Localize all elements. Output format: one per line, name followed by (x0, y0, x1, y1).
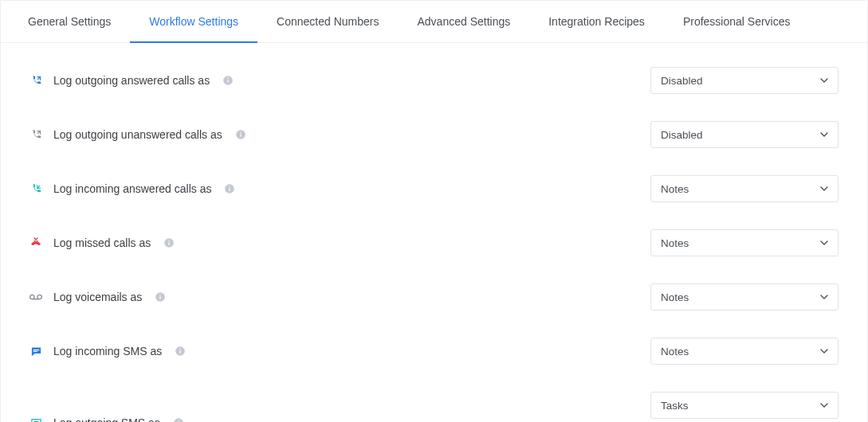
info-icon[interactable] (222, 75, 234, 86)
setting-selects: Notes (650, 338, 839, 365)
svg-rect-21 (180, 350, 181, 354)
settings-panel: General SettingsWorkflow SettingsConnect… (0, 0, 868, 422)
setting-left: Log outgoing unanswered calls as (29, 128, 246, 141)
setting-label: Log incoming answered calls as (53, 182, 211, 195)
setting-label: Log incoming SMS as (53, 345, 162, 358)
tab-connected-numbers[interactable]: Connected Numbers (257, 1, 398, 42)
setting-label: Log voicemails as (53, 291, 142, 303)
svg-rect-23 (33, 421, 38, 422)
svg-rect-10 (169, 242, 170, 245)
sms-incoming-icon (29, 345, 42, 358)
info-icon[interactable] (235, 129, 246, 140)
setting-selects: Disabled (650, 121, 839, 148)
tab-workflow-settings[interactable]: Workflow Settings (130, 1, 257, 42)
info-icon[interactable] (155, 291, 166, 303)
svg-rect-17 (160, 295, 161, 295)
setting-label: Log outgoing answered calls as (53, 74, 210, 87)
info-icon[interactable] (173, 417, 184, 422)
setting-left: Log outgoing SMS as (29, 416, 184, 422)
setting-row: Log missed calls asNotes (29, 229, 839, 256)
svg-point-13 (37, 295, 41, 299)
svg-rect-27 (178, 420, 179, 421)
tab-advanced-settings[interactable]: Advanced Settings (398, 1, 529, 42)
setting-row: Log outgoing SMS asTasksSkype (29, 392, 839, 422)
setting-row: Log incoming answered calls asNotes (29, 175, 839, 202)
setting-left: Log incoming SMS as (29, 345, 186, 358)
svg-rect-8 (230, 186, 230, 187)
svg-rect-7 (230, 188, 230, 191)
phone-outgoing-unanswered-icon (29, 128, 42, 141)
setting-label: Log outgoing unanswered calls as (53, 128, 222, 141)
svg-rect-11 (169, 240, 170, 241)
info-icon[interactable] (224, 183, 235, 194)
setting-select[interactable]: Disabled (650, 67, 839, 94)
phone-outgoing-answered-icon (29, 74, 42, 87)
setting-selects: Notes (650, 283, 839, 311)
svg-rect-5 (240, 132, 241, 133)
info-icon[interactable] (175, 346, 186, 357)
svg-rect-22 (180, 349, 181, 350)
svg-rect-18 (33, 350, 39, 350)
sms-outgoing-icon (29, 416, 42, 422)
svg-rect-4 (240, 134, 241, 137)
setting-row: Log voicemails asNotes (29, 283, 839, 311)
setting-row: Log incoming SMS asNotes (29, 338, 839, 365)
svg-rect-19 (33, 350, 37, 351)
setting-left: Log missed calls as (29, 236, 175, 249)
setting-select[interactable]: Notes (650, 338, 839, 365)
info-icon[interactable] (163, 237, 175, 248)
setting-left: Log outgoing answered calls as (29, 74, 234, 87)
settings-content: Log outgoing answered calls asDisabled L… (1, 43, 867, 422)
setting-selects: Notes (650, 229, 839, 256)
setting-row: Log outgoing answered calls asDisabled (29, 67, 839, 94)
svg-rect-1 (228, 80, 229, 83)
svg-rect-16 (160, 296, 161, 299)
setting-selects: TasksSkype (650, 392, 839, 422)
phone-missed-icon (29, 236, 42, 249)
setting-left: Log voicemails as (29, 291, 166, 303)
tab-integration-recipes[interactable]: Integration Recipes (529, 1, 664, 42)
tab-professional-services[interactable]: Professional Services (664, 1, 810, 42)
setting-selects: Disabled (650, 67, 839, 94)
setting-selects: Notes (650, 175, 839, 202)
setting-row: Log outgoing unanswered calls asDisabled (29, 121, 839, 148)
setting-label: Log outgoing SMS as (53, 416, 160, 422)
setting-select[interactable]: Notes (650, 175, 839, 202)
phone-incoming-answered-icon (29, 182, 42, 195)
setting-select[interactable]: Disabled (650, 121, 839, 148)
setting-select[interactable]: Notes (650, 229, 839, 256)
voicemail-icon (29, 291, 42, 303)
tab-bar: General SettingsWorkflow SettingsConnect… (1, 1, 867, 43)
setting-select[interactable]: Notes (650, 283, 839, 311)
svg-point-12 (30, 295, 34, 299)
setting-label: Log missed calls as (53, 236, 151, 249)
svg-rect-2 (228, 78, 229, 79)
tab-general-settings[interactable]: General Settings (9, 1, 130, 42)
setting-select[interactable]: Tasks (650, 392, 839, 419)
setting-left: Log incoming answered calls as (29, 182, 235, 195)
